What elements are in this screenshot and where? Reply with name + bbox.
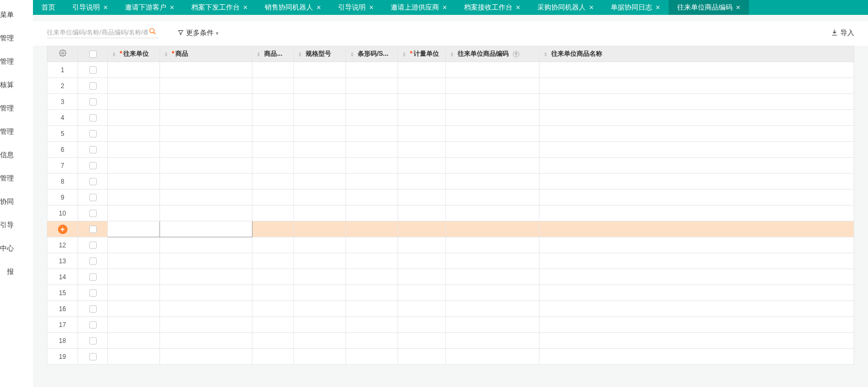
add-row-button[interactable]: +	[58, 225, 68, 234]
cell[interactable]	[160, 237, 252, 253]
table-row[interactable]: 12	[47, 237, 854, 253]
cell[interactable]	[252, 62, 294, 78]
row-checkbox-cell[interactable]	[78, 269, 108, 285]
cell[interactable]	[294, 205, 346, 221]
table-row[interactable]: 13	[47, 253, 854, 269]
close-icon[interactable]: ✕	[103, 4, 108, 11]
column-spec[interactable]: ▲▼ 规格型号	[294, 46, 346, 62]
cell[interactable]	[346, 349, 398, 365]
row-checkbox-cell[interactable]	[78, 158, 108, 174]
search-input[interactable]	[47, 29, 148, 36]
cell[interactable]	[160, 174, 252, 190]
column-product-extra[interactable]: ▲▼ 商品...	[252, 46, 294, 62]
cell[interactable]	[398, 174, 446, 190]
table-row[interactable]: 7	[47, 158, 854, 174]
cell[interactable]	[540, 110, 854, 126]
cell[interactable]	[108, 253, 160, 269]
cell[interactable]	[294, 78, 346, 94]
cell[interactable]	[446, 349, 540, 365]
tab[interactable]: 首页	[33, 0, 64, 15]
table-row[interactable]: 6	[47, 142, 854, 158]
cell[interactable]	[160, 253, 252, 269]
table-row[interactable]: 14	[47, 269, 854, 285]
cell[interactable]	[446, 94, 540, 110]
search-icon[interactable]	[149, 28, 156, 37]
cell[interactable]	[346, 205, 398, 221]
sidebar-item[interactable]: 核算	[0, 73, 15, 97]
cell[interactable]	[398, 94, 446, 110]
cell[interactable]	[252, 110, 294, 126]
column-partner[interactable]: ▲▼ *往来单位	[108, 46, 160, 62]
table-row[interactable]: 2	[47, 78, 854, 94]
table-row[interactable]: 8	[47, 174, 854, 190]
cell[interactable]	[294, 237, 346, 253]
cell[interactable]	[398, 190, 446, 205]
cell[interactable]	[294, 269, 346, 285]
row-checkbox-cell[interactable]	[78, 78, 108, 94]
cell[interactable]	[346, 333, 398, 349]
cell[interactable]	[108, 158, 160, 174]
cell[interactable]	[294, 158, 346, 174]
column-checkbox-all[interactable]	[78, 46, 108, 62]
table-row[interactable]: 18	[47, 333, 854, 349]
sidebar-item[interactable]: 中心	[0, 237, 15, 260]
cell[interactable]	[540, 269, 854, 285]
cell[interactable]	[160, 110, 252, 126]
table-row[interactable]: +	[47, 221, 854, 237]
sidebar-item[interactable]: 管理	[0, 27, 15, 50]
cell[interactable]	[446, 285, 540, 301]
cell[interactable]	[108, 301, 160, 317]
cell[interactable]	[446, 237, 540, 253]
cell[interactable]	[398, 221, 446, 237]
tab[interactable]: 引导说明✕	[330, 0, 382, 15]
cell[interactable]	[398, 253, 446, 269]
cell[interactable]	[398, 62, 446, 78]
cell[interactable]	[160, 333, 252, 349]
cell[interactable]	[346, 110, 398, 126]
table-row[interactable]: 4	[47, 110, 854, 126]
cell[interactable]	[540, 301, 854, 317]
row-checkbox-cell[interactable]	[78, 62, 108, 78]
cell[interactable]	[540, 317, 854, 333]
cell[interactable]	[252, 317, 294, 333]
cell[interactable]	[294, 142, 346, 158]
row-checkbox-cell[interactable]	[78, 205, 108, 221]
cell[interactable]	[540, 333, 854, 349]
table-row[interactable]: 17	[47, 317, 854, 333]
cell[interactable]	[346, 142, 398, 158]
row-checkbox-cell[interactable]	[78, 190, 108, 205]
tab[interactable]: 单据协同日志✕	[602, 0, 669, 15]
cell[interactable]	[252, 78, 294, 94]
tab[interactable]: 档案接收工作台✕	[456, 0, 529, 15]
close-icon[interactable]: ✕	[516, 4, 520, 11]
cell[interactable]	[398, 237, 446, 253]
cell[interactable]	[446, 301, 540, 317]
cell[interactable]	[446, 62, 540, 78]
sidebar-item[interactable]: 管理	[0, 97, 15, 120]
cell[interactable]	[108, 333, 160, 349]
cell[interactable]	[160, 62, 252, 78]
cell[interactable]	[252, 205, 294, 221]
cell[interactable]	[294, 94, 346, 110]
cell[interactable]	[540, 221, 854, 237]
column-settings[interactable]	[47, 46, 78, 62]
row-checkbox-cell[interactable]	[78, 237, 108, 253]
cell[interactable]	[108, 94, 160, 110]
cell[interactable]	[398, 301, 446, 317]
cell[interactable]	[252, 301, 294, 317]
more-conditions-button[interactable]: 更多条件 ▾	[178, 28, 218, 38]
cell[interactable]	[540, 253, 854, 269]
column-partner-name[interactable]: ▲▼ 往来单位商品名称	[540, 46, 854, 62]
cell[interactable]	[446, 126, 540, 142]
cell[interactable]	[540, 285, 854, 301]
row-checkbox-cell[interactable]	[78, 285, 108, 301]
cell[interactable]	[346, 126, 398, 142]
cell[interactable]	[294, 126, 346, 142]
row-checkbox-cell[interactable]	[78, 349, 108, 365]
tab[interactable]: 往来单位商品编码✕	[669, 0, 749, 15]
cell[interactable]	[346, 190, 398, 205]
table-row[interactable]: 1	[47, 62, 854, 78]
cell[interactable]	[346, 317, 398, 333]
cell[interactable]	[160, 349, 252, 365]
cell[interactable]	[398, 349, 446, 365]
